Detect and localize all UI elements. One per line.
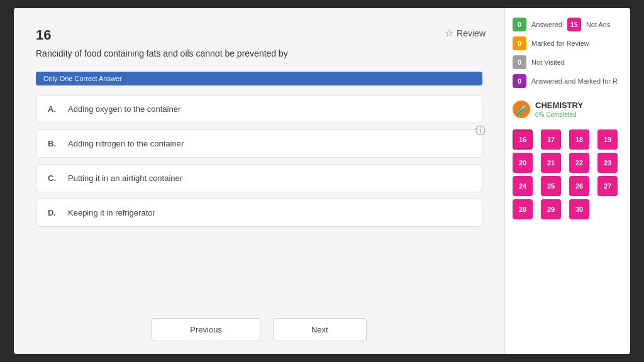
review-button[interactable]: ☆ Review <box>445 27 486 39</box>
option-a-letter: A. <box>48 104 60 114</box>
q-27[interactable]: 27 <box>597 176 618 196</box>
q-23[interactable]: 23 <box>597 153 618 173</box>
option-d-letter: D. <box>48 208 60 217</box>
subject-section: 🧪 CHEMISTRY 0% Completed <box>513 97 623 122</box>
subject-icon: 🧪 <box>513 101 530 118</box>
marked-label: Marked for Review <box>531 40 589 47</box>
screen: 16 ☆ Review Rancidity of food containing… <box>14 8 630 354</box>
option-d[interactable]: D. Keeping it in refrigerator <box>36 199 482 227</box>
option-a[interactable]: A. Adding oxygen to the container <box>36 95 482 123</box>
answered-marked-badge: 0 <box>513 74 526 88</box>
option-b-text: Adding nitrogen to the container <box>68 139 184 148</box>
option-b[interactable]: B. Adding nitrogen to the container <box>36 129 482 158</box>
q-19[interactable]: 19 <box>597 129 618 150</box>
marked-badge: 0 <box>513 36 526 50</box>
q-18[interactable]: 18 <box>569 129 589 150</box>
q-29[interactable]: 29 <box>541 199 561 219</box>
q-24[interactable]: 24 <box>513 176 533 196</box>
q-17[interactable]: 17 <box>541 129 561 150</box>
subject-info: CHEMISTRY 0% Completed <box>535 101 583 118</box>
not-answered-label: Not Ans <box>586 21 611 28</box>
q-20[interactable]: 20 <box>513 153 533 173</box>
legend-not-visited: 0 Not Visited <box>513 55 623 69</box>
question-text: Rancidity of food containing fats and oi… <box>36 47 482 60</box>
option-a-text: Adding oxygen to the container <box>68 104 180 114</box>
answered-marked-label: Answered and Marked for R <box>531 77 618 85</box>
answered-badge: 0 <box>513 18 526 31</box>
answer-type-badge: Only One Correct Answer <box>36 72 482 85</box>
question-number: 16 <box>36 27 482 43</box>
not-visited-label: Not Visited <box>531 58 565 66</box>
q-21[interactable]: 21 <box>541 153 561 173</box>
q-28[interactable]: 28 <box>513 199 533 219</box>
review-label: Review <box>457 28 486 38</box>
legend-answered-marked: 0 Answered and Marked for R <box>513 74 623 88</box>
not-visited-badge: 0 <box>513 55 526 69</box>
question-grid: 16 17 18 19 20 21 22 23 24 25 26 27 28 2… <box>513 129 623 219</box>
next-button[interactable]: Next <box>273 318 367 341</box>
q-16[interactable]: 16 <box>513 129 533 150</box>
star-icon: ☆ <box>445 27 453 39</box>
option-b-letter: B. <box>48 139 60 148</box>
answered-label: Answered <box>531 21 562 28</box>
previous-button[interactable]: Previous <box>152 318 260 341</box>
main-content: 16 ☆ Review Rancidity of food containing… <box>14 8 504 354</box>
sidebar: 0 Answered 15 Not Ans 0 Marked for Revie… <box>504 8 630 354</box>
legend-marked: 0 Marked for Review <box>513 36 623 50</box>
legend-answered: 0 Answered 15 Not Ans <box>513 18 623 31</box>
not-answered-badge: 15 <box>567 18 581 31</box>
options-container: A. Adding oxygen to the container B. Add… <box>36 95 482 227</box>
info-icon[interactable]: ⓘ <box>475 124 486 138</box>
nav-buttons: Previous Next <box>36 318 482 341</box>
option-c[interactable]: C. Putting it in an airtight container <box>36 164 482 192</box>
q-26[interactable]: 26 <box>569 176 589 196</box>
q-25[interactable]: 25 <box>541 176 561 196</box>
option-c-text: Putting it in an airtight container <box>68 173 182 183</box>
subject-name: CHEMISTRY <box>535 101 583 110</box>
option-d-text: Keeping it in refrigerator <box>68 208 155 217</box>
progress-text: 0% Completed <box>535 111 583 118</box>
option-c-letter: C. <box>48 173 60 183</box>
q-22[interactable]: 22 <box>569 153 589 173</box>
q-30[interactable]: 30 <box>569 199 589 219</box>
